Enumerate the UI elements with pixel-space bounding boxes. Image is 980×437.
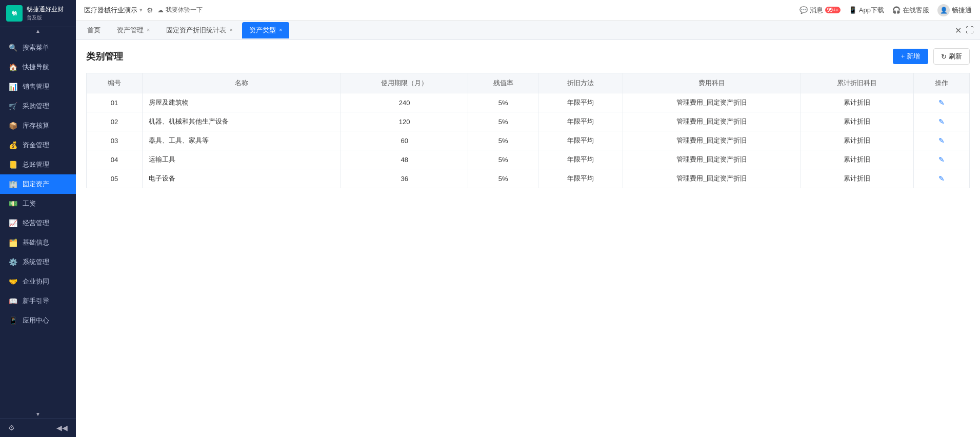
cell-residual: 5%	[468, 150, 538, 169]
cell-method: 年限平均	[538, 112, 623, 131]
message-btn[interactable]: 💬 消息 99++	[799, 6, 841, 15]
cell-accumulated: 累计折旧	[801, 112, 913, 131]
module-settings-icon[interactable]: ⚙	[147, 6, 153, 14]
cell-accumulated: 累计折旧	[801, 93, 913, 112]
tab-asset-mgmt[interactable]: 资产管理×	[110, 22, 157, 38]
cell-code: 03	[87, 131, 143, 150]
topbar: 医疗器械行业演示 ▾ ⚙ ☁ 我要体验一下 💬 消息 99++ 📱 App下载 …	[76, 0, 980, 21]
cell-action[interactable]: ✎	[913, 131, 969, 150]
refresh-button[interactable]: ↻ 刷新	[933, 48, 970, 65]
scroll-down-arrow[interactable]: ▼	[0, 410, 76, 418]
module-chevron-icon: ▾	[139, 7, 143, 13]
sidebar-collapse-icon[interactable]: ◀◀	[56, 424, 68, 432]
sidebar-item-label: 搜索菜单	[23, 43, 49, 52]
cell-period: 120	[341, 112, 468, 131]
edit-icon[interactable]: ✎	[938, 136, 945, 145]
tab-home[interactable]: 首页	[80, 22, 108, 38]
maximize-btn[interactable]: ⛶	[966, 26, 974, 35]
sidebar-item-label: 新手引导	[23, 296, 49, 306]
sidebar-item-enterprise[interactable]: 🤝 企业协同	[0, 272, 76, 291]
sidebar-item-purchase[interactable]: 🛒 采购管理	[0, 96, 76, 116]
data-table: 编号名称使用期限（月）残值率折旧方法费用科目累计折旧科目操作 01房屋及建筑物2…	[86, 73, 970, 188]
sidebar-item-app-center[interactable]: 📱 应用中心	[0, 311, 76, 330]
tabbar-actions: ✕ ⛶	[955, 25, 974, 35]
sidebar-settings-icon[interactable]: ⚙	[8, 424, 15, 432]
add-button[interactable]: + 新增	[893, 49, 928, 64]
cell-method: 年限平均	[538, 93, 623, 112]
module-label: 医疗器械行业演示	[84, 6, 137, 15]
sidebar-header: 畅 畅捷通好业财 普及版	[0, 0, 76, 27]
col-header-accumulated: 累计折旧科目	[801, 73, 913, 93]
scroll-up-arrow[interactable]: ▲	[0, 27, 76, 35]
col-header-method: 折旧方法	[538, 73, 623, 93]
tab-depreciation[interactable]: 固定资产折旧统计表×	[159, 22, 239, 38]
topbar-left: 医疗器械行业演示 ▾ ⚙ ☁ 我要体验一下	[84, 6, 793, 15]
app-logo: 畅	[6, 5, 23, 22]
cell-period: 48	[341, 150, 468, 169]
sidebar-item-salary[interactable]: 💵 工资	[0, 194, 76, 213]
cell-accumulated: 累计折旧	[801, 169, 913, 188]
user-menu[interactable]: 👤 畅捷通	[937, 4, 972, 16]
sidebar-item-system[interactable]: ⚙️ 系统管理	[0, 252, 76, 272]
topbar-right: 💬 消息 99++ 📱 App下载 🎧 在线客服 👤 畅捷通	[799, 4, 972, 16]
operations-icon: 📈	[8, 218, 17, 228]
table-row: 02机器、机械和其他生产设备1205%年限平均管理费用_固定资产折旧累计折旧✎	[87, 112, 970, 131]
edit-icon[interactable]: ✎	[938, 98, 945, 107]
cell-expense: 管理费用_固定资产折旧	[623, 150, 801, 169]
cell-period: 36	[341, 169, 468, 188]
sidebar-item-search[interactable]: 🔍 搜索菜单	[0, 38, 76, 57]
sidebar-nav: 🔍 搜索菜单 🏠 快捷导航 📊 销售管理 🛒 采购管理 📦 库存核算 💰 资金管…	[0, 35, 76, 410]
online-service-btn[interactable]: 🎧 在线客服	[892, 6, 929, 15]
module-selector[interactable]: 医疗器械行业演示 ▾	[84, 6, 143, 15]
sidebar-item-newbie[interactable]: 📖 新手引导	[0, 291, 76, 311]
funds-icon: 💰	[8, 141, 17, 150]
tab-close-depreciation[interactable]: ×	[229, 27, 232, 33]
edit-icon[interactable]: ✎	[938, 117, 945, 126]
try-button[interactable]: ☁ 我要体验一下	[157, 6, 203, 14]
cell-method: 年限平均	[538, 131, 623, 150]
purchase-icon: 🛒	[8, 102, 17, 111]
ledger-icon: 📒	[8, 160, 17, 169]
sidebar-item-quick-nav[interactable]: 🏠 快捷导航	[0, 57, 76, 77]
app-title-block: 畅捷通好业财 普及版	[27, 6, 64, 22]
sidebar-item-funds[interactable]: 💰 资金管理	[0, 135, 76, 155]
content-area: 类别管理 + 新增 ↻ 刷新 编号名称使用期限（月）残值率折旧方法费用科目累计折…	[76, 40, 980, 437]
sidebar-item-inventory[interactable]: 📦 库存核算	[0, 116, 76, 135]
cell-action[interactable]: ✎	[913, 150, 969, 169]
sidebar-item-basic-info[interactable]: 🗂️ 基础信息	[0, 233, 76, 252]
col-header-period: 使用期限（月）	[341, 73, 468, 93]
tab-close-asset-type[interactable]: ×	[279, 27, 282, 33]
sidebar-item-sales[interactable]: 📊 销售管理	[0, 77, 76, 96]
cell-method: 年限平均	[538, 150, 623, 169]
cell-action[interactable]: ✎	[913, 169, 969, 188]
sales-icon: 📊	[8, 82, 17, 91]
edit-icon[interactable]: ✎	[938, 174, 945, 183]
cell-expense: 管理费用_固定资产折旧	[623, 93, 801, 112]
quick-nav-icon: 🏠	[8, 63, 17, 72]
search-icon: 🔍	[8, 43, 17, 52]
fixed-assets-icon: 🏢	[8, 180, 17, 189]
cloud-icon: ☁	[157, 7, 164, 14]
col-header-residual: 残值率	[468, 73, 538, 93]
edit-icon[interactable]: ✎	[938, 155, 945, 164]
sidebar-item-ledger[interactable]: 📒 总账管理	[0, 155, 76, 174]
tab-close-asset-mgmt[interactable]: ×	[147, 27, 150, 33]
table-body: 01房屋及建筑物2405%年限平均管理费用_固定资产折旧累计折旧✎02机器、机械…	[87, 93, 970, 188]
app-download-btn[interactable]: 📱 App下载	[849, 6, 884, 15]
cell-expense: 管理费用_固定资产折旧	[623, 131, 801, 150]
content-header: 类别管理 + 新增 ↻ 刷新	[86, 48, 970, 65]
newbie-icon: 📖	[8, 296, 17, 306]
cell-action[interactable]: ✎	[913, 93, 969, 112]
tab-asset-type[interactable]: 资产类型×	[242, 22, 289, 38]
inventory-icon: 📦	[8, 121, 17, 130]
message-badge: 99++	[825, 7, 841, 13]
sidebar-item-label: 工资	[23, 199, 36, 208]
cell-name: 电子设备	[143, 169, 341, 188]
sidebar-item-operations[interactable]: 📈 经营管理	[0, 213, 76, 233]
sidebar-item-fixed-assets[interactable]: 🏢 固定资产	[0, 174, 76, 194]
close-window-btn[interactable]: ✕	[955, 25, 962, 35]
app-center-icon: 📱	[8, 316, 17, 325]
cell-action[interactable]: ✎	[913, 112, 969, 131]
sidebar-item-label: 快捷导航	[23, 63, 49, 72]
col-header-action: 操作	[913, 73, 969, 93]
